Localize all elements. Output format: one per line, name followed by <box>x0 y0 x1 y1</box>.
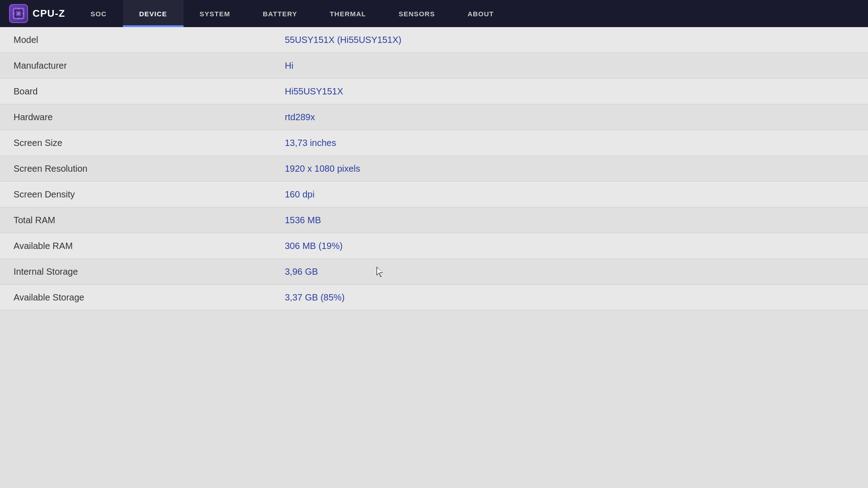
row-label: Screen Resolution <box>14 164 285 174</box>
table-row: Available RAM306 MB (19%) <box>0 233 868 259</box>
app-logo-text: CPU-Z <box>33 8 65 19</box>
cpu-z-logo-icon <box>9 4 28 23</box>
table-row: Hardwarertd289x <box>0 104 868 130</box>
row-label: Total RAM <box>14 215 285 225</box>
nav-tab-battery[interactable]: BATTERY <box>246 0 313 27</box>
row-value: 3,96 GB <box>285 267 318 277</box>
svg-rect-3 <box>17 12 20 15</box>
table-row: Available Storage3,37 GB (85%) <box>0 285 868 310</box>
nav-tab-thermal[interactable]: THERMAL <box>313 0 382 27</box>
nav-tab-soc[interactable]: SOC <box>74 0 123 27</box>
logo-svg <box>12 7 25 20</box>
row-value: rtd289x <box>285 112 315 122</box>
row-value: 55USY151X (Hi55USY151X) <box>285 35 401 45</box>
nav-tab-device[interactable]: DEVICE <box>123 0 184 27</box>
row-value: 13,73 inches <box>285 138 336 148</box>
table-row: Internal Storage3,96 GB <box>0 259 868 285</box>
device-content: Model55USY151X (Hi55USY151X)Manufacturer… <box>0 27 868 310</box>
row-value: 160 dpi <box>285 189 315 200</box>
row-value: 1536 MB <box>285 215 321 225</box>
row-value: Hi55USY151X <box>285 86 343 97</box>
table-row: Total RAM1536 MB <box>0 207 868 233</box>
nav-tab-system[interactable]: SYSTEM <box>184 0 247 27</box>
row-label: Hardware <box>14 112 285 122</box>
navbar: CPU-Z SOCDEVICESYSTEMBATTERYTHERMALSENSO… <box>0 0 868 27</box>
table-row: Model55USY151X (Hi55USY151X) <box>0 27 868 53</box>
nav-tab-about[interactable]: ABOUT <box>451 0 510 27</box>
row-value: Hi <box>285 61 293 71</box>
table-row: Screen Size13,73 inches <box>0 130 868 156</box>
row-value: 868 x 488 pixels <box>285 164 360 174</box>
row-label: Screen Density <box>14 189 285 200</box>
row-value: 306 MB (19%) <box>285 241 343 251</box>
row-label: Screen Size <box>14 138 285 148</box>
row-value: 3,37 GB (85%) <box>285 292 344 303</box>
table-row: Screen Density160 dpi <box>0 182 868 207</box>
table-row: BoardHi55USY151X <box>0 79 868 104</box>
table-row: Screen Resolution1920 x 1080 pixels <box>0 156 868 182</box>
info-table: Model55USY151X (Hi55USY151X)Manufacturer… <box>0 27 868 310</box>
nav-tab-sensors[interactable]: SENSORS <box>382 0 451 27</box>
row-label: Board <box>14 86 285 97</box>
row-label: Manufacturer <box>14 61 285 71</box>
table-row: ManufacturerHi <box>0 53 868 79</box>
row-label: Internal Storage <box>14 267 285 277</box>
nav-tabs: SOCDEVICESYSTEMBATTERYTHERMALSENSORSABOU… <box>74 0 868 27</box>
logo-area: CPU-Z <box>0 4 74 23</box>
row-label: Model <box>14 35 285 45</box>
row-label: Available Storage <box>14 292 285 303</box>
row-label: Available RAM <box>14 241 285 251</box>
